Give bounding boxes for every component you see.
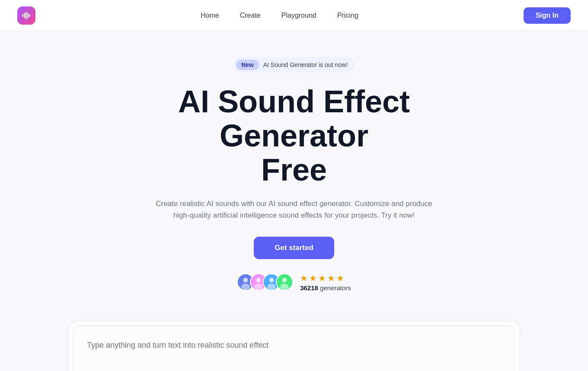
announcement-badge: New AI Sound Generator is out now!	[233, 57, 355, 73]
svg-rect-0	[22, 14, 23, 17]
star-2: ★	[309, 273, 317, 283]
avatar-face-4	[277, 274, 292, 290]
logo[interactable]	[17, 6, 35, 25]
svg-point-16	[280, 284, 289, 290]
nav-link-home[interactable]: Home	[201, 12, 219, 19]
hero-title-line1: AI Sound Effect Generator	[178, 84, 410, 153]
signin-button[interactable]: Sign In	[524, 7, 571, 24]
svg-rect-2	[26, 12, 27, 19]
star-5: ★	[336, 273, 344, 283]
badge-announcement-text: AI Sound Generator is out now!	[263, 61, 348, 68]
sound-wave-icon	[21, 10, 32, 21]
nav-item-create[interactable]: Create	[240, 12, 261, 19]
nav-item-playground[interactable]: Playground	[281, 12, 316, 19]
hero-section: New AI Sound Generator is out now! AI So…	[0, 31, 588, 309]
nav-link-playground[interactable]: Playground	[281, 12, 316, 19]
svg-point-15	[282, 278, 287, 283]
svg-rect-4	[29, 14, 30, 17]
star-rating: ★ ★ ★ ★ ★	[300, 273, 344, 283]
svg-point-13	[267, 284, 276, 290]
svg-point-6	[243, 278, 248, 283]
generator-count-text: 36218 generators	[300, 284, 351, 292]
star-3: ★	[318, 273, 326, 283]
nav-item-home[interactable]: Home	[201, 12, 219, 19]
svg-point-7	[241, 284, 250, 290]
star-4: ★	[327, 273, 335, 283]
avatar-4	[276, 273, 293, 291]
svg-point-12	[269, 278, 274, 283]
rating-block: ★ ★ ★ ★ ★ 36218 generators	[300, 273, 351, 292]
badge-new-label: New	[236, 60, 259, 70]
svg-point-9	[256, 278, 261, 283]
nav-link-pricing[interactable]: Pricing	[337, 12, 358, 19]
star-1: ★	[300, 273, 308, 283]
social-proof: ★ ★ ★ ★ ★ 36218 generators	[237, 273, 351, 292]
generator-label: generators	[320, 284, 351, 292]
hero-subtitle: Create realistic AI sounds with our AI s…	[147, 198, 441, 221]
avatar-group	[237, 273, 293, 291]
logo-icon	[17, 6, 35, 25]
generator-section: GENERATE	[56, 322, 532, 371]
nav-links: Home Create Playground Pricing	[201, 12, 358, 19]
generator-inner: GENERATE	[73, 325, 515, 371]
generator-number: 36218	[300, 284, 318, 292]
generator-card: GENERATE	[69, 322, 519, 371]
hero-title-line2: Free	[261, 152, 327, 187]
nav-item-pricing[interactable]: Pricing	[337, 12, 358, 19]
svg-rect-3	[27, 13, 29, 18]
get-started-button[interactable]: Get started	[254, 237, 334, 259]
hero-title: AI Sound Effect Generator Free	[99, 85, 489, 187]
svg-point-10	[254, 284, 263, 290]
user-avatar-icon-4	[277, 273, 292, 291]
nav-link-create[interactable]: Create	[240, 12, 261, 19]
navbar: Home Create Playground Pricing Sign In	[0, 0, 588, 31]
svg-rect-1	[24, 13, 25, 18]
sound-effect-input[interactable]	[87, 339, 501, 371]
